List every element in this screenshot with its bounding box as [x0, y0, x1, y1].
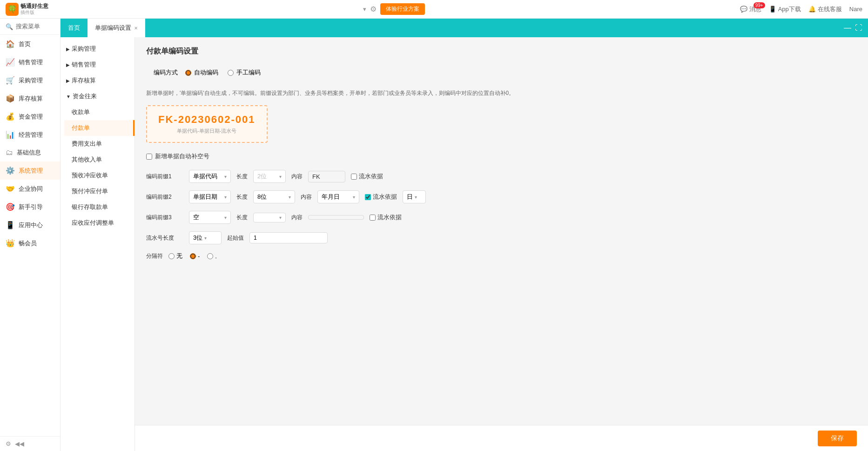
manual-code-radio[interactable]: 手工编码: [228, 68, 261, 77]
prefix3-serial-checkbox[interactable]: 流水依据: [370, 213, 402, 222]
sidebar-label-inventory: 库存核算: [19, 94, 43, 103]
system-icon: ⚙️: [6, 166, 15, 175]
tab-close-icon[interactable]: ✕: [134, 26, 138, 31]
nav-group-purchase[interactable]: ▶ 采购管理: [61, 41, 135, 57]
nav-item-other-income[interactable]: 其他收入单: [64, 152, 135, 168]
prefix2-serial-checkbox[interactable]: 流水依据: [365, 193, 397, 201]
prefix2-length-value: 8位: [257, 193, 267, 201]
serial-length-label: 流水号长度: [146, 234, 183, 242]
logo-icon: 🍀: [6, 3, 19, 16]
tab-maximize-icon[interactable]: ⛶: [855, 24, 862, 32]
service-button[interactable]: 🔔 在线客服: [808, 5, 842, 13]
sidebar-label-operation: 经营管理: [19, 131, 43, 139]
sidebar-item-guide[interactable]: 🎯 新手引导: [0, 198, 60, 216]
tab-home[interactable]: 首页: [61, 19, 87, 37]
trial-button[interactable]: 体验行业方案: [380, 3, 425, 15]
collapse-icon[interactable]: ◀◀: [15, 440, 24, 447]
nav-item-advance-payment[interactable]: 预付冲应付单: [64, 183, 135, 199]
tab-minimize-icon[interactable]: —: [844, 24, 851, 32]
prefix2-select[interactable]: 单据日期 ▾: [189, 190, 231, 203]
nav-item-expense-label: 费用支出单: [72, 140, 102, 148]
sidebar-item-inventory[interactable]: 📦 库存核算: [0, 89, 60, 108]
nav-group-capital[interactable]: ▼ 资金往来: [61, 88, 135, 104]
message-button[interactable]: 💬 消息 99+: [740, 5, 761, 13]
nav-item-expense[interactable]: 费用支出单: [64, 136, 135, 152]
nav-group-inventory[interactable]: ▶ 库存核算: [61, 73, 135, 88]
arrow-down-icon: ▼: [66, 94, 71, 99]
top-bar-controls: ▾ ⚙ 体验行业方案: [363, 3, 425, 15]
prefix1-arrow-icon: ▾: [224, 174, 227, 179]
serial-length-select[interactable]: 3位 ▾: [189, 231, 222, 244]
sidebar-item-finance[interactable]: 💰 资金管理: [0, 108, 60, 126]
sep-dash-radio[interactable]: -: [190, 253, 200, 260]
nav-group-sales-label: 销售管理: [72, 61, 96, 69]
settings-bottom-icon[interactable]: ⚙: [6, 440, 11, 447]
encoding-radio-group: 自动编码 手工编码: [185, 68, 261, 77]
save-button[interactable]: 保存: [818, 431, 857, 446]
prefix1-value: 单据代码: [193, 172, 217, 181]
nav-item-payment[interactable]: 付款单: [64, 120, 135, 136]
prefix1-select[interactable]: 单据代码 ▾: [189, 170, 231, 183]
prefix2-content-value: 年月日: [322, 193, 340, 201]
chevron-down-icon[interactable]: ▾: [363, 6, 366, 13]
preview-desc: 单据代码-单据日期-流水号: [158, 128, 256, 135]
download-icon: 📱: [769, 6, 776, 13]
auto-fill-checkbox[interactable]: [146, 154, 152, 160]
app-logo: 🍀 畅通好生意 插件版: [6, 3, 48, 16]
prefix2-length-select[interactable]: 8位 ▾: [253, 190, 295, 203]
prefix2-day-arrow-icon: ▾: [415, 195, 417, 200]
nav-item-payment-label: 付款单: [72, 124, 90, 132]
search-icon: 🔍: [6, 23, 13, 30]
sidebar-item-purchase[interactable]: 🛒 采购管理: [0, 71, 60, 89]
search-menu[interactable]: 🔍 搜索菜单: [0, 19, 60, 35]
nav-item-adjust[interactable]: 应收应付调整单: [64, 215, 135, 231]
sep-dot-radio[interactable]: .: [207, 253, 217, 260]
sidebar-item-basic[interactable]: 🗂 基础信息: [0, 144, 60, 162]
operation-icon: 📊: [6, 130, 15, 139]
tab-home-label: 首页: [68, 24, 80, 32]
guide-icon: 🎯: [6, 202, 15, 211]
download-button[interactable]: 📱 App下载: [769, 5, 801, 13]
separator-row: 分隔符 无 - .: [146, 252, 857, 260]
nav-item-receipt[interactable]: 收款单: [64, 104, 135, 120]
prefix2-content-select[interactable]: 年月日 ▾: [317, 190, 359, 203]
settings-icon[interactable]: ⚙: [370, 5, 377, 13]
prefix2-day-select[interactable]: 日 ▾: [403, 190, 426, 203]
inventory-icon: 📦: [6, 94, 15, 103]
sidebar-label-guide: 新手引导: [19, 203, 43, 211]
prefix3-length-select[interactable]: ▾: [253, 213, 286, 222]
sep-none-radio[interactable]: 无: [168, 252, 182, 260]
sidebar-item-home[interactable]: 🏠 首页: [0, 35, 60, 53]
enterprise-icon: 🤝: [6, 184, 15, 193]
nav-item-bank[interactable]: 银行存取款单: [64, 199, 135, 215]
prefix2-label: 编码前缀2: [146, 193, 183, 201]
serial-length-arrow-icon: ▾: [204, 236, 207, 241]
download-label: App下载: [778, 5, 801, 13]
auto-code-radio[interactable]: 自动编码: [185, 68, 218, 77]
prefix3-label: 编码前缀3: [146, 214, 183, 222]
sidebar-item-member[interactable]: 👑 畅会员: [0, 234, 60, 252]
top-bar-right: 💬 消息 99+ 📱 App下载 🔔 在线客服 Nare: [740, 5, 862, 13]
user-info[interactable]: Nare: [849, 6, 862, 13]
prefix2-length-arrow-icon: ▾: [289, 195, 291, 200]
prefix3-length-arrow-icon: ▾: [279, 215, 282, 220]
sidebar-item-app[interactable]: 📱 应用中心: [0, 216, 60, 234]
sidebar-item-operation[interactable]: 📊 经营管理: [0, 126, 60, 144]
tab-encoding-settings[interactable]: 单据编码设置 ✕: [87, 19, 145, 37]
prefix1-serial-checkbox[interactable]: 流水依据: [351, 172, 383, 181]
main-layout: 🔍 搜索菜单 🏠 首页 📈 销售管理 🛒 采购管理 📦 库存核算 💰 资金管理 …: [0, 19, 868, 451]
prefix2-content-arrow-icon: ▾: [353, 195, 355, 200]
prefix1-length-select[interactable]: 2位 ▾: [253, 170, 286, 183]
nav-group-sales[interactable]: ▶ 销售管理: [61, 57, 135, 73]
sidebar-label-basic: 基础信息: [17, 148, 41, 157]
prefix3-select[interactable]: 空 ▾: [189, 211, 231, 224]
serial-start-input[interactable]: [249, 232, 328, 243]
nav-item-other-income-label: 其他收入单: [72, 155, 102, 164]
sidebar-item-sales[interactable]: 📈 销售管理: [0, 53, 60, 71]
prefix1-serial-label: 流水依据: [359, 172, 383, 181]
nav-item-advance-receipt[interactable]: 预收冲应收单: [64, 168, 135, 183]
sidebar-item-system[interactable]: ⚙️ 系统管理: [0, 162, 60, 180]
sidebar-item-enterprise[interactable]: 🤝 企业协同: [0, 180, 60, 198]
prefix2-arrow-icon: ▾: [224, 195, 227, 200]
prefix1-content-label: 内容: [291, 173, 303, 181]
